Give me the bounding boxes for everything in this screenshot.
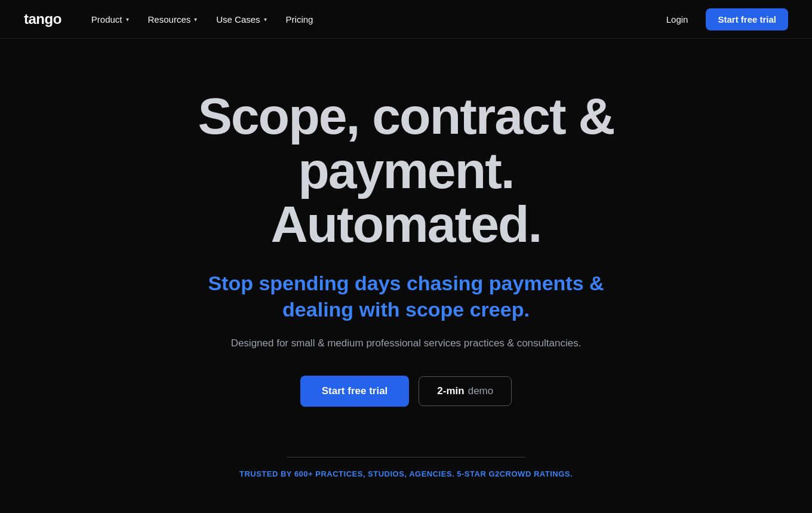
nav-item-product-label: Product [91, 14, 122, 24]
chevron-down-icon: ▾ [264, 16, 267, 23]
chevron-down-icon: ▾ [126, 16, 129, 23]
hero-subheadline-line2: dealing with scope creep. [282, 298, 530, 321]
nav-item-pricing-label: Pricing [286, 14, 313, 24]
hero-demo-button[interactable]: 2-min demo [419, 376, 512, 406]
trust-divider [287, 457, 525, 457]
hero-start-trial-button[interactable]: Start free trial [300, 376, 410, 407]
brand-name: tango [24, 11, 61, 27]
hero-section: Scope, contract & payment. Automated. St… [0, 39, 812, 445]
trust-bar: TRUSTED BY 600+ PRACTICES, STUDIOS, AGEN… [0, 445, 812, 496]
demo-min: 2-min [437, 385, 464, 397]
nav-item-use-cases[interactable]: Use Cases ▾ [208, 10, 275, 29]
hero-description: Designed for small & medium professional… [231, 337, 582, 349]
nav-links: Product ▾ Resources ▾ Use Cases ▾ Pricin… [83, 10, 322, 29]
nav-right: Login Start free trial [658, 8, 788, 30]
hero-headline-line2: payment. [298, 142, 514, 199]
hero-headline-line3: Automated. [270, 195, 541, 253]
nav-start-trial-button[interactable]: Start free trial [706, 8, 788, 30]
logo[interactable]: tango [24, 11, 61, 27]
chevron-down-icon: ▾ [194, 16, 197, 23]
hero-subheadline: Stop spending days chasing payments & de… [208, 270, 604, 322]
trust-text-highlight: 5-STAR G2CROWD RATINGS. [457, 469, 573, 478]
navbar: tango Product ▾ Resources ▾ Use Cases ▾ … [0, 0, 812, 39]
nav-item-resources-label: Resources [148, 14, 191, 24]
hero-subheadline-line1: Stop spending days chasing payments & [208, 272, 604, 294]
hero-headline: Scope, contract & payment. Automated. [198, 89, 614, 251]
nav-item-resources[interactable]: Resources ▾ [140, 10, 206, 29]
nav-left: tango Product ▾ Resources ▾ Use Cases ▾ … [24, 10, 321, 29]
login-button[interactable]: Login [658, 10, 697, 29]
nav-item-pricing[interactable]: Pricing [278, 10, 322, 29]
hero-buttons: Start free trial 2-min demo [300, 376, 512, 407]
demo-label: demo [468, 385, 494, 397]
trust-text-plain: TRUSTED BY 600+ PRACTICES, STUDIOS, AGEN… [239, 469, 454, 478]
hero-headline-line1: Scope, contract & [198, 87, 614, 145]
nav-item-use-cases-label: Use Cases [216, 14, 260, 24]
trust-text: TRUSTED BY 600+ PRACTICES, STUDIOS, AGEN… [239, 469, 573, 478]
nav-item-product[interactable]: Product ▾ [83, 10, 137, 29]
